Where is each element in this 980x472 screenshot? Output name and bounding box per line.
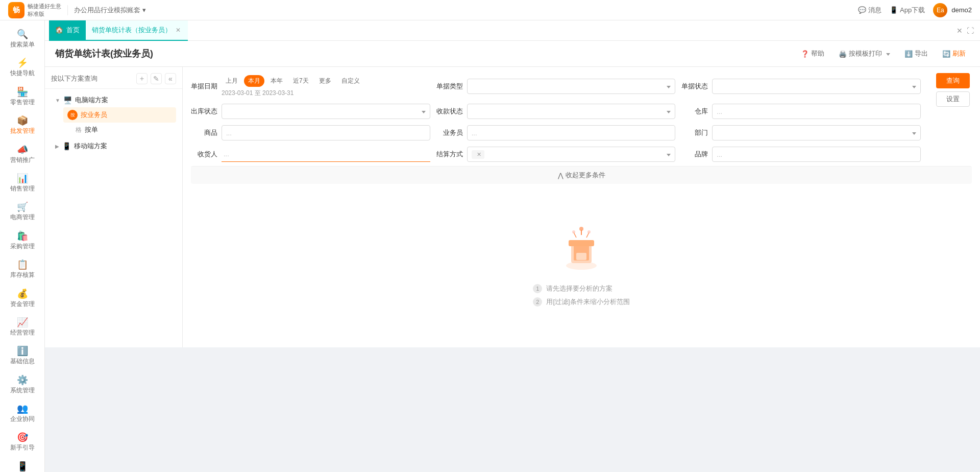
collapse-panel-button[interactable]: « — [165, 73, 176, 84]
collab-icon: 👥 — [17, 403, 28, 414]
tree-pc-children: 按 按业务员 格 按单 — [51, 107, 176, 137]
sidebar-item-ecommerce[interactable]: 🛒 电商管理 — [0, 197, 44, 225]
sidebar-item-finance[interactable]: 💰 资金管理 — [0, 284, 44, 312]
sidebar-item-inventory[interactable]: 📋 库存核算 — [0, 255, 44, 282]
close-all-tabs-button[interactable]: ✕ — [957, 27, 963, 35]
edit-scheme-button[interactable]: ✎ — [151, 73, 162, 84]
date-tab-thisyear[interactable]: 本年 — [266, 75, 287, 87]
user-avatar: Ea — [933, 3, 947, 17]
message-icon: 💬 — [858, 6, 866, 14]
sidebar-item-collab[interactable]: 👥 企业协同 — [0, 399, 44, 427]
order-type-dropdown[interactable] — [467, 79, 676, 94]
order-type-filter-cell: 单据类型 — [436, 75, 676, 98]
sidebar-item-sales[interactable]: 📊 销售管理 — [0, 169, 44, 196]
date-tab-7days[interactable]: 近7天 — [289, 75, 313, 87]
salesperson-scheme-icon: 按 — [67, 110, 78, 120]
help-button[interactable]: ❓ 帮助 — [797, 47, 828, 60]
export-label: 导出 — [915, 49, 928, 58]
svg-rect-10 — [576, 253, 586, 260]
department-label: 部门 — [681, 128, 708, 137]
action-buttons: 查询 设置 — [936, 73, 970, 107]
svg-point-9 — [587, 230, 591, 233]
export-icon: ⬇️ — [904, 50, 913, 58]
export-button[interactable]: ⬇️ 导出 — [900, 47, 932, 60]
sidebar-item-retail[interactable]: 🏪 零售管理 — [0, 82, 44, 110]
maximize-button[interactable]: ⛶ — [967, 27, 974, 35]
page-title: 销货单统计表(按业务员) — [55, 48, 153, 60]
phone-icon: 📱 — [890, 6, 898, 14]
app-container: 畅 畅捷通好生意 标准版 办公用品行业模拟账套 ▾ 💬 消息 📱 App下载 — [0, 0, 980, 472]
filter-row-2: 出库状态 收款状态 — [191, 104, 972, 119]
sidebar-item-basics[interactable]: ℹ️ 基础信息 — [0, 341, 44, 369]
tip-num-2: 2 — [533, 297, 542, 306]
date-tab-lastmonth[interactable]: 上月 — [222, 75, 242, 87]
department-dropdown[interactable] — [712, 125, 921, 140]
warehouse-input[interactable]: ... — [712, 104, 921, 119]
settlement-filter-cell: 结算方式 ✕ — [436, 147, 676, 162]
sidebar-item-quicknav[interactable]: ⚡ 快捷导航 — [0, 53, 44, 81]
salesperson-input[interactable]: ... — [467, 125, 676, 140]
collapse-filters-button[interactable]: ⋀ 收起更多条件 — [191, 166, 972, 184]
salesperson-label: 业务员 — [436, 128, 463, 137]
message-button[interactable]: 💬 消息 — [858, 6, 881, 15]
sidebar-item-marketing[interactable]: 📣 营销推广 — [0, 140, 44, 168]
content-area: 🏠 首页 销货单统计表（按业务员） ✕ ✕ ⛶ 销货单统计表(按业务员) — [45, 20, 980, 472]
tab-salesreport[interactable]: 销货单统计表（按业务员） ✕ — [86, 20, 188, 41]
sidebar-item-wholesale[interactable]: 📦 批发管理 — [0, 111, 44, 138]
sidebar-item-operations[interactable]: 📈 经营管理 — [0, 313, 44, 340]
order-status-dropdown[interactable] — [712, 79, 921, 94]
warehouse-filter-cell: 仓库 ... — [681, 104, 921, 119]
settlement-arrow-icon — [665, 151, 671, 158]
receipt-status-arrow-icon — [665, 108, 671, 115]
tree-mobile-label: 移动端方案 — [74, 141, 107, 151]
sidebar-item-guide[interactable]: 🎯 新手引导 — [0, 428, 44, 455]
date-range-text: 2023-03-01 至 2023-03-31 — [222, 89, 293, 98]
add-scheme-button[interactable]: ＋ — [136, 73, 148, 84]
sidebar-item-search[interactable]: 🔍 搜索菜单 — [0, 25, 44, 52]
logo-icon: 畅 — [8, 2, 24, 18]
goods-input[interactable]: ... — [222, 125, 430, 140]
page-content: 销货单统计表(按业务员) ❓ 帮助 🖨️ 按模板打印 — [45, 41, 980, 472]
settlement-control[interactable]: ✕ — [467, 147, 676, 162]
salesperson-placeholder: ... — [472, 129, 477, 137]
tree-node-mobile[interactable]: ▶ 📱 移动端方案 — [51, 139, 176, 153]
tree-node-pc[interactable]: ▼ 🖥️ 电脑端方案 — [51, 93, 176, 107]
sidebar-item-system[interactable]: ⚙️ 系统管理 — [0, 370, 44, 398]
date-tab-more[interactable]: 更多 — [315, 75, 335, 87]
breadcrumb[interactable]: 办公用品行业模拟账套 ▾ — [74, 6, 146, 15]
wholesale-icon: 📦 — [17, 115, 28, 126]
receipt-status-dropdown[interactable] — [467, 104, 676, 119]
user-section[interactable]: Ea demo2 — [933, 3, 972, 17]
receipt-status-label: 收款状态 — [436, 107, 463, 116]
settlement-tag: ✕ — [472, 150, 484, 159]
content-wrapper: 按以下方案查询 ＋ ✎ « ▼ — [45, 67, 980, 347]
print-button[interactable]: 🖨️ 按模板打印 — [835, 47, 894, 60]
tab-close-button[interactable]: ✕ — [175, 26, 182, 35]
app-download-button[interactable]: 📱 App下载 — [890, 6, 925, 15]
goods-filter-cell: 商品 ... — [191, 125, 430, 140]
settings-button[interactable]: 设置 — [936, 91, 970, 107]
left-panel-title: 按以下方案查询 — [51, 74, 97, 83]
collapse-label: 收起更多条件 — [566, 171, 605, 180]
date-tab-custom[interactable]: 自定义 — [337, 75, 364, 87]
filter-area: 单据日期 上月 本月 本年 近7天 更多 — [183, 67, 980, 184]
sidebar-item-purchase[interactable]: 🛍️ 采购管理 — [0, 226, 44, 254]
retail-icon: 🏪 — [17, 86, 28, 98]
search-icon: 🔍 — [17, 29, 28, 40]
query-button[interactable]: 查询 — [936, 73, 970, 88]
tree-item-order[interactable]: 格 按单 — [63, 123, 176, 137]
print-label: 按模板打印 — [849, 49, 882, 58]
tab-home[interactable]: 🏠 首页 — [49, 20, 86, 41]
logo-line1: 畅捷通好生意 — [28, 3, 61, 10]
sidebar-item-appcenter[interactable]: 📱 应用中心 — [0, 457, 44, 472]
brand-input[interactable]: ... — [712, 147, 921, 162]
tree-item-salesperson[interactable]: 按 按业务员 — [63, 107, 176, 123]
date-tab-thismonth[interactable]: 本月 — [244, 75, 264, 87]
quicknav-icon: ⚡ — [17, 57, 28, 68]
tree-section: ▼ 🖥️ 电脑端方案 按 按业务员 — [45, 89, 182, 157]
out-status-dropdown[interactable] — [222, 104, 430, 119]
refresh-button[interactable]: 🔄 刷新 — [938, 47, 970, 60]
consignee-input[interactable]: ... — [222, 147, 430, 162]
filter-row-3: 商品 ... 业务员 ... — [191, 125, 972, 140]
settlement-tag-close[interactable]: ✕ — [477, 151, 481, 158]
